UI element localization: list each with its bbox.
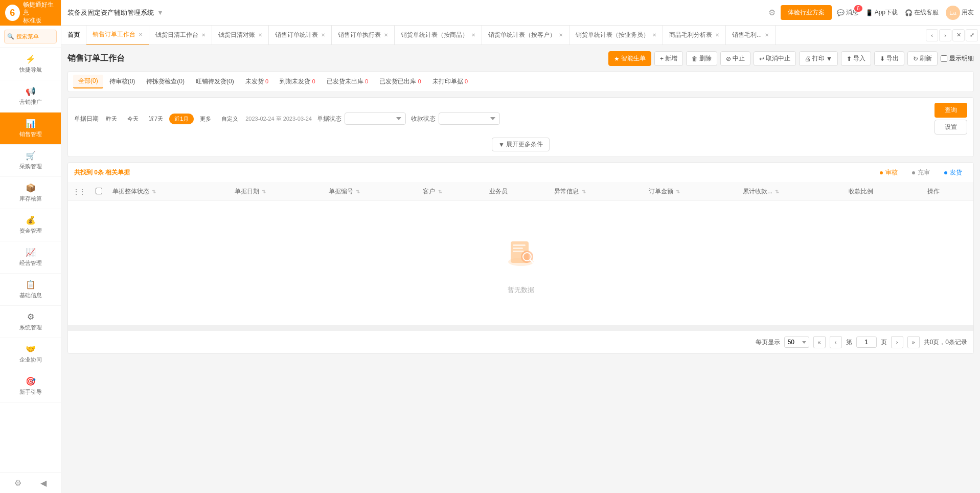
sort-abnormal-icon[interactable]: ⇅ [582,189,586,194]
tab-scroll-right[interactable]: › [939,29,951,41]
tab-close-sales-more[interactable]: ✕ [765,32,769,38]
tab-cash-reconcile[interactable]: 钱货日清对账 ✕ [212,26,269,45]
sidebar-item-inventory[interactable]: 📦 库存核算 [0,177,61,209]
sidebar-item-marketing[interactable]: 📢 营销推广 [0,80,61,113]
filter-tab-shipped-out[interactable]: 已发货已出库 0 [374,75,426,88]
payment-select[interactable] [439,113,500,125]
page-input[interactable] [856,337,877,348]
sidebar-item-guide[interactable]: 🎯 新手引导 [0,370,61,402]
filter-tab-wangpu[interactable]: 旺铺待发货(0) [191,75,239,88]
refresh-btn[interactable]: ↻ 刷新 [907,51,938,66]
page-size-select[interactable]: 50 10 20 100 [784,337,809,348]
sidebar-item-quick-nav[interactable]: ⚡ 快捷导航 [0,48,61,80]
expand-filters-btn[interactable]: ▼ 展开更多条件 [492,138,550,151]
status-select[interactable] [345,113,406,125]
date-btn-yesterday[interactable]: 昨天 [102,114,121,124]
operations-icon: 📈 [26,248,36,257]
tab-close-sales-by-customer[interactable]: ✕ [559,32,563,38]
new-btn[interactable]: + 新增 [654,51,683,66]
date-btn-1month[interactable]: 近1月 [169,114,194,124]
plus-icon: + [660,55,664,62]
sort-status-icon[interactable]: ⇅ [152,189,156,194]
tab-home[interactable]: 首页 [61,26,86,45]
import-btn[interactable]: ⬆ 导入 [841,51,871,66]
show-detail-checkbox-area[interactable]: 显示明细 [941,54,974,63]
tab-close-sales-by-product[interactable]: ✕ [471,32,475,38]
export-btn[interactable]: ⬇ 导出 [874,51,904,66]
smart-create-btn[interactable]: ★ 智能生单 [608,51,651,66]
page-header: 销售订单工作台 ★ 智能生单 + 新增 🗑 删除 ⊘ 中止 [67,51,974,66]
settings-icon[interactable]: ⚙ [14,478,21,488]
tab-close-sales-workbench[interactable]: ✕ [139,32,143,37]
query-btn[interactable]: 查询 [935,103,967,118]
horizontal-scrollbar[interactable] [68,325,973,330]
select-all-checkbox[interactable] [96,188,102,194]
filter-tab-not-printed[interactable]: 未打印单据 0 [427,75,473,88]
suspend-btn[interactable]: ⊘ 中止 [720,51,750,66]
tab-close-all[interactable]: ✕ [952,29,965,41]
sort-amount-icon[interactable]: ⇅ [676,189,680,194]
page-prev-btn[interactable]: ‹ [830,336,842,348]
experience-btn[interactable]: 体验行业方案 [781,5,832,20]
filter-tab-overdue[interactable]: 到期未发货 0 [275,75,320,88]
tab-scroll-left[interactable]: ‹ [926,29,938,41]
sidebar-item-system[interactable]: ⚙ 系统管理 [0,306,61,338]
tab-gross-profit[interactable]: 商品毛利分析表 ✕ [663,26,726,45]
filter-tab-not-shipped[interactable]: 未发货 0 [240,75,274,88]
tab-close-cash-reconcile[interactable]: ✕ [258,32,262,38]
tab-sales-more[interactable]: 销售毛利... ✕ [726,26,776,45]
filter-tab-pending-review[interactable]: 待审核(0) [104,75,141,88]
settings-gear-icon[interactable]: ⚙ [768,8,776,17]
date-btn-custom[interactable]: 自定义 [217,114,242,124]
tab-close-sales-exec[interactable]: ✕ [384,32,388,38]
audit-btn[interactable]: 审核 [875,167,903,178]
tab-sales-exec[interactable]: 销售订单执行表 ✕ [332,26,395,45]
message-btn[interactable]: 💬 消息 6 [837,8,858,17]
filter-tab-pending-inspect[interactable]: 待拣货检查(0) [141,75,190,88]
search-menu-button[interactable]: 🔍 搜索菜单 [4,30,57,43]
tab-sales-by-staff[interactable]: 销货单统计表（按业务员） ✕ [569,26,663,45]
sort-customer-icon[interactable]: ⇅ [438,189,442,194]
tab-close-cash-daily[interactable]: ✕ [201,32,206,38]
date-btn-7days[interactable]: 近7天 [145,114,167,124]
sidebar-item-operations[interactable]: 📈 经营管理 [0,241,61,274]
tab-sales-stats[interactable]: 销售订单统计表 ✕ [269,26,332,45]
sidebar-item-sales[interactable]: 📊 销售管理 [0,113,61,145]
date-btn-today[interactable]: 今天 [123,114,143,124]
online-service-btn[interactable]: 🎧 在线客服 [905,8,939,17]
cancel-audit-btn[interactable]: 充审 [907,167,935,178]
tab-maximize[interactable]: ⤢ [966,29,978,41]
sidebar-item-purchase[interactable]: 🛒 采购管理 [0,145,61,177]
delete-btn[interactable]: 🗑 删除 [686,51,717,66]
tab-close-sales-stats[interactable]: ✕ [321,32,325,38]
print-btn[interactable]: 🖨 打印 ▼ [799,51,838,66]
import-icon: ⬆ [847,55,852,62]
show-detail-checkbox[interactable] [941,55,947,62]
sidebar-item-basic-info[interactable]: 📋 基础信息 [0,274,61,306]
page-last-btn[interactable]: » [907,336,920,348]
filter-tab-shipped-not-out[interactable]: 已发货未出库 0 [322,75,373,88]
app-download-btn[interactable]: 📱 App下载 [865,8,898,17]
sort-date-icon[interactable]: ⇅ [262,189,266,194]
tab-close-gross-profit[interactable]: ✕ [715,32,719,38]
tab-sales-by-product[interactable]: 销货单统计表（按商品） ✕ [395,26,482,45]
collapse-icon[interactable]: ◀ [40,478,47,488]
th-ratio: 收款比例 [844,183,922,200]
user-menu[interactable]: Ea 用友 [946,6,974,20]
sidebar-item-finance[interactable]: 💰 资金管理 [0,209,61,241]
tab-sales-by-customer[interactable]: 销货单统计表（按客户） ✕ [482,26,569,45]
cancel-suspend-btn[interactable]: ↩ 取消中止 [754,51,796,66]
sort-received-icon[interactable]: ⇅ [775,189,779,194]
star-icon: ★ [614,55,620,62]
sort-number-icon[interactable]: ⇅ [356,189,360,194]
filter-tab-all[interactable]: 全部(0) [73,75,103,88]
sidebar-item-cooperation[interactable]: 🤝 企业协同 [0,338,61,370]
page-first-btn[interactable]: « [813,336,826,348]
tab-cash-daily[interactable]: 钱货日清工作台 ✕ [149,26,212,45]
date-btn-more[interactable]: 更多 [196,114,215,124]
setting-btn[interactable]: 设置 [935,120,967,135]
tab-sales-workbench[interactable]: 销售订单工作台 ✕ [86,26,149,45]
ship-btn[interactable]: 发货 [939,167,967,178]
tab-close-sales-by-staff[interactable]: ✕ [652,32,656,38]
page-next-btn[interactable]: › [891,336,903,348]
